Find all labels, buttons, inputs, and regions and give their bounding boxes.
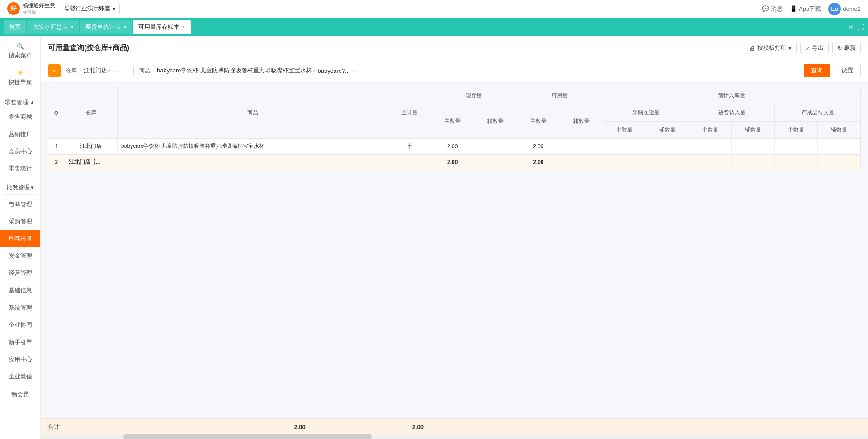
sidebar-item-basic-info[interactable]: 基础信息 xyxy=(0,282,40,299)
sidebar-item-purchase[interactable]: 采购管理 xyxy=(0,213,40,230)
cell-index: 1 xyxy=(48,139,65,155)
avatar: Ea xyxy=(828,3,841,15)
sidebar-item-label: 资金管理 xyxy=(9,252,32,260)
table-row: 1 江北门店 babycare学饮杯 儿童防摔防撞吸管杯重力球吸嘴杯宝宝水杯 个… xyxy=(48,139,860,155)
sidebar-item-system[interactable]: 系统管理 xyxy=(0,299,40,316)
top-bar-right: 💬 消息 📱 App下载 Ea demo2 xyxy=(762,3,861,15)
sidebar-item-chang-member[interactable]: 畅会员 xyxy=(0,386,40,403)
sidebar: 🔍 搜索菜单 ⚡ 快捷导航 零售管理 ▲ 零售商城 营销推广 会员中心 零售统计… xyxy=(0,36,41,439)
cell-purchase-main xyxy=(603,139,646,155)
close-icon[interactable]: × xyxy=(71,24,74,30)
sidebar-item-enterprise-collab[interactable]: 企业协同 xyxy=(0,316,40,334)
warehouse-filter-group: 仓库 江北门店 × ... xyxy=(66,65,134,76)
warehouse-tag: 江北门店 × xyxy=(84,66,111,75)
cell-stock-main: 2.00 xyxy=(431,139,474,155)
product-tag: babycare学饮杯 儿童防摔防撞吸管杯重力球吸嘴杯宝宝水杯 × xyxy=(157,66,316,75)
logo-text-block: 畅捷通好生意 标准版 xyxy=(23,2,55,15)
th-avail-main: 主数量 xyxy=(517,104,560,139)
th-settings[interactable]: ⚙ xyxy=(48,87,65,139)
cell-prod-main xyxy=(775,139,818,155)
footer-spacer1 xyxy=(93,424,152,430)
scrollbar-thumb[interactable] xyxy=(123,434,372,439)
query-button[interactable]: 查询 xyxy=(804,64,830,77)
export-button[interactable]: ↗ 导出 xyxy=(800,42,829,54)
subtotal-purchase-main xyxy=(603,154,646,170)
sidebar-group-wholesale-mgmt[interactable]: 批发管理 ▾ xyxy=(0,180,40,194)
tab-receive-summary-label: 收发存汇总表 xyxy=(33,23,68,31)
message-icon: 💬 xyxy=(762,5,769,12)
warehouse-tag-close[interactable]: × xyxy=(108,68,111,73)
sidebar-item-ecommerce[interactable]: 电商管理 xyxy=(0,196,40,213)
sidebar-item-label: 应用中心 xyxy=(9,355,32,363)
sidebar-item-fund[interactable]: 资金管理 xyxy=(0,247,40,264)
template-selector[interactable]: 母婴行业演示账套 ▾ xyxy=(60,3,120,14)
print-template-button[interactable]: 🖨 按模板打印 ▾ xyxy=(745,42,797,54)
sidebar-item-label: 营销推广 xyxy=(9,130,32,138)
cell-purchase-aux xyxy=(646,139,689,155)
print-label: 按模板打印 xyxy=(757,44,787,52)
product-tag-close[interactable]: × xyxy=(313,68,316,73)
refresh-icon: ↻ xyxy=(837,45,842,52)
maximize-icon[interactable]: ⛶ xyxy=(857,23,864,31)
cell-unit: 个 xyxy=(388,139,431,155)
th-stock-aux: 辅数量 xyxy=(474,104,517,139)
sidebar-item-novice[interactable]: 新手引导 xyxy=(0,334,40,351)
top-bar-left: 好 畅捷通好生意 标准版 母婴行业演示账套 ▾ xyxy=(7,2,120,15)
tab-available-inventory[interactable]: 可用量库存账本 × xyxy=(133,20,191,34)
close-all-icon[interactable]: ✕ xyxy=(848,23,854,32)
inventory-table: ⚙ 仓库 商品 主计量 现存量 可用量 预计入库量 主数量 辅数量 主数量 xyxy=(48,87,860,170)
user-area[interactable]: Ea demo2 xyxy=(828,3,861,15)
sidebar-item-app-center[interactable]: 应用中心 xyxy=(0,351,40,368)
sidebar-item-label: 会员中心 xyxy=(9,147,32,156)
sidebar-item-label: 快捷导航 xyxy=(9,78,32,86)
message-action[interactable]: 💬 消息 xyxy=(762,5,783,13)
sidebar-group-label: 零售管理 xyxy=(5,99,28,107)
footer-stock-aux xyxy=(329,424,388,430)
sidebar-item-marketing[interactable]: 营销推广 xyxy=(0,126,40,143)
settings-button[interactable]: 设置 xyxy=(834,64,861,77)
chevron-down-icon: ▾ xyxy=(113,5,116,12)
refresh-button[interactable]: ↻ 刷新 xyxy=(832,42,861,54)
th-goods-pending: 进货待入量 xyxy=(689,104,775,122)
product-tag-extra: babycare?... xyxy=(318,67,350,74)
footer-purchase-aux xyxy=(566,424,625,430)
sidebar-group-retail-mgmt[interactable]: 零售管理 ▲ xyxy=(0,95,40,109)
tab-receive-summary[interactable]: 收发存汇总表 × xyxy=(27,20,79,34)
warehouse-more-icon[interactable]: ... xyxy=(113,67,117,74)
th-stock-main: 主数量 xyxy=(431,104,474,139)
app-download-action[interactable]: 📱 App下载 xyxy=(790,5,821,13)
tab-order-stats[interactable]: 要货单统计表 × xyxy=(80,20,132,34)
th-production-pending: 产成品待入量 xyxy=(775,104,860,122)
sidebar-item-retail-mall[interactable]: 零售商城 xyxy=(0,109,40,126)
subtotal-prod-main xyxy=(775,154,818,170)
expand-icon: » xyxy=(52,67,56,74)
print-icon: 🖨 xyxy=(750,45,755,52)
warehouse-filter-input[interactable]: 江北门店 × ... xyxy=(80,65,134,76)
sidebar-item-wechat[interactable]: 企业微信 xyxy=(0,368,40,385)
sidebar-item-label: 畅会员 xyxy=(11,390,29,398)
content-area: 可用量查询(按仓库+商品) 🖨 按模板打印 ▾ ↗ 导出 ↻ 刷新 xyxy=(41,36,868,439)
sidebar-item-ops[interactable]: 经营管理 xyxy=(0,264,40,282)
close-icon[interactable]: × xyxy=(123,24,127,30)
search-icon: 🔍 xyxy=(17,42,24,51)
expand-filter-button[interactable]: » xyxy=(48,64,61,77)
product-more-icon[interactable]: ... xyxy=(352,67,356,74)
th-planned-in: 预计入库量 xyxy=(603,87,860,104)
sidebar-item-member-center[interactable]: 会员中心 xyxy=(0,143,40,160)
sidebar-item-retail-stats[interactable]: 零售统计 xyxy=(0,160,40,177)
sidebar-item-label: 采购管理 xyxy=(9,217,32,226)
cell-goods-aux xyxy=(732,139,775,155)
horizontal-scrollbar[interactable] xyxy=(41,434,868,439)
tab-home[interactable]: 首页 xyxy=(4,20,26,34)
app-download-label: App下载 xyxy=(799,5,821,13)
sidebar-item-inventory[interactable]: 库存核算 xyxy=(0,230,40,247)
divider xyxy=(4,194,37,195)
product-filter-input[interactable]: babycare学饮杯 儿童防摔防撞吸管杯重力球吸嘴杯宝宝水杯 × babyca… xyxy=(153,65,360,76)
cell-avail-main: 2.00 xyxy=(517,139,560,155)
subtotal-goods-aux xyxy=(732,154,775,170)
sidebar-item-quick-nav[interactable]: ⚡ 快捷导航 xyxy=(0,64,40,90)
close-icon[interactable]: × xyxy=(182,24,185,30)
sidebar-item-search-menu[interactable]: 🔍 搜索菜单 xyxy=(0,38,40,64)
filter-actions: 查询 设置 xyxy=(804,64,861,77)
th-product: 商品 xyxy=(118,87,388,139)
